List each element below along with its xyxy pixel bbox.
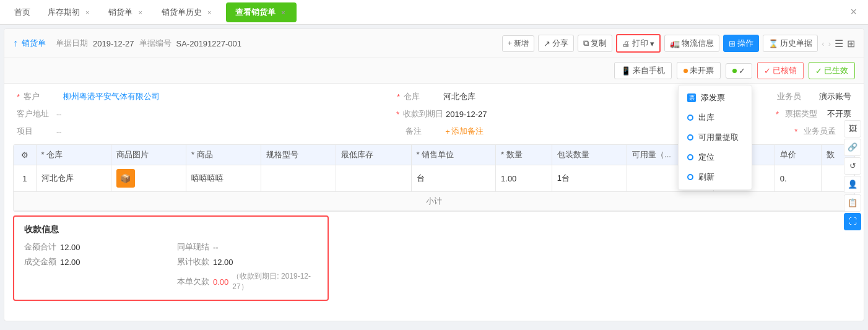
dropdown-locate[interactable]: 定位	[679, 147, 752, 167]
total-value: 12.00	[60, 243, 80, 252]
effect-label: 已生效	[824, 65, 848, 76]
window-close-button[interactable]: ×	[845, 6, 862, 19]
cancel-label: 已核销	[773, 65, 797, 76]
tab-sales-label: 销货单	[108, 7, 132, 18]
total-label: 金额合计	[24, 241, 56, 253]
col-unit: * 销售单位	[411, 145, 495, 165]
user-icon: 👤	[848, 180, 857, 189]
tab-sales-close[interactable]: ×	[136, 8, 144, 17]
col-price: 单价	[775, 145, 822, 165]
add-invoice-label: 添发票	[701, 92, 725, 103]
staff2-label: 业务员孟	[804, 126, 841, 137]
warehouse-value: 河北仓库	[443, 91, 475, 102]
cancel-status-button[interactable]: ✓ 已核销	[757, 62, 804, 79]
check-button[interactable]: ✓	[726, 63, 752, 79]
ticket-required: *	[776, 110, 779, 119]
col-min-stock: 最低库存	[336, 145, 411, 165]
share-button[interactable]: ↗ 分享	[538, 35, 574, 52]
right-tool-image[interactable]: 🖼	[844, 120, 861, 137]
payment-date-required: *	[396, 110, 399, 119]
address-value: --	[56, 110, 62, 119]
row-spec	[261, 165, 336, 192]
col-gear: ⚙	[14, 145, 36, 165]
col-img: 商品图片	[111, 145, 186, 165]
right-tool-user[interactable]: 👤	[844, 176, 861, 193]
row-quantity: 1.00	[496, 165, 552, 192]
dropdown-outbound[interactable]: 出库	[679, 108, 752, 128]
logistics-button[interactable]: 🚛 物流信息	[664, 35, 719, 52]
invoice-button[interactable]: 未开票	[677, 62, 721, 79]
right-tool-expand[interactable]: ⛶	[844, 213, 861, 230]
print-button[interactable]: 🖨 打印 ▾	[616, 34, 661, 53]
cumulative-label: 累计收款	[177, 256, 209, 267]
add-note-button[interactable]: + 添加备注	[445, 126, 484, 137]
tab-home[interactable]: 首页	[6, 2, 38, 22]
tab-history-label: 销货单历史	[162, 7, 202, 18]
grid-icon: ⊞	[729, 39, 736, 48]
cumulative-value: 12.00	[213, 258, 233, 267]
tab-sales-history[interactable]: 销货单历史 ×	[154, 2, 221, 22]
sales-order-icon: ↑	[13, 38, 18, 49]
copy-icon: ⧉	[583, 38, 589, 48]
payment-title: 收款信息	[24, 224, 318, 235]
row-pack: 1台	[552, 165, 627, 192]
right-tool-link[interactable]: 🔗	[844, 139, 861, 156]
operation-label: 操作	[737, 38, 753, 49]
warehouse-required: *	[397, 92, 400, 102]
phone-icon: 📱	[621, 66, 631, 76]
tab-view-close[interactable]: ×	[279, 8, 287, 17]
add-note-icon: +	[445, 127, 450, 136]
tab-sales-order[interactable]: 销货单 ×	[100, 2, 152, 22]
total-row: 金额合计 12.00	[24, 241, 165, 253]
project-field: 项目 --	[17, 126, 406, 137]
tab-inventory-init[interactable]: 库存期初 ×	[40, 2, 99, 22]
history-button[interactable]: ⌛ 历史单据	[763, 35, 818, 52]
staff-label: 业务员	[777, 91, 814, 102]
col-warehouse: * 仓库	[36, 145, 111, 165]
dropdown-refresh[interactable]: 刷新	[679, 167, 752, 187]
staff-field: 业务员 演示账号	[777, 91, 851, 102]
staff-value: 演示账号	[819, 91, 851, 102]
tab-view-sales[interactable]: 查看销货单 ×	[226, 2, 296, 22]
layout-icon2[interactable]: ⊞	[847, 38, 855, 50]
dropdown-add-invoice[interactable]: 票 添发票	[679, 88, 752, 108]
transaction-label: 成交金额	[24, 256, 56, 267]
product-image: 📦	[116, 169, 135, 188]
project-label: 项目	[17, 126, 54, 137]
history-icon: ⌛	[768, 39, 778, 48]
tab-inventory-close[interactable]: ×	[84, 8, 91, 17]
dropdown-available[interactable]: 可用量提取	[679, 128, 752, 147]
new-button[interactable]: + 新增	[502, 35, 534, 52]
row-index: 1	[14, 165, 36, 192]
image-icon: 🖼	[849, 124, 857, 133]
history-label: 历史单据	[780, 38, 812, 49]
staff2-required: *	[794, 127, 797, 136]
nav-prev-icon[interactable]: ‹	[822, 39, 824, 48]
date-label: 单据日期	[56, 38, 88, 49]
locate-label: 定位	[698, 152, 714, 163]
refresh-icon	[687, 174, 693, 180]
effect-status-button[interactable]: ✓ 已生效	[809, 62, 855, 79]
ticket-field: * 票据类型 不开票	[776, 108, 851, 119]
right-tool-doc[interactable]: 📋	[844, 194, 861, 212]
phone-button[interactable]: 📱 来自手机	[614, 62, 672, 79]
logistics-label: 物流信息	[682, 38, 714, 49]
invoice-status-dot	[684, 69, 688, 73]
col-pack: 包装数量	[552, 145, 627, 165]
balance-value: 0.00	[213, 277, 228, 287]
copy-button[interactable]: ⧉ 复制	[578, 35, 612, 52]
invoice-label: 未开票	[690, 65, 714, 76]
print-label: 打印	[632, 38, 648, 49]
layout-icon1[interactable]: ☰	[835, 38, 843, 50]
toolbar: + 新增 ↗ 分享 ⧉ 复制 🖨 打印 ▾ 🚛 物流信息 ⊞ 操作	[502, 34, 855, 53]
rotate-icon: ↺	[849, 161, 856, 170]
row-product: 嘻嘻嘻嘻	[186, 165, 261, 192]
operation-button[interactable]: ⊞ 操作	[723, 35, 759, 52]
tab-history-close[interactable]: ×	[206, 8, 213, 17]
nav-next-icon[interactable]: ›	[828, 39, 831, 48]
payment-date-label: 收款到期日	[403, 108, 443, 119]
doc-icon: 📋	[848, 198, 857, 207]
right-tool-rotate[interactable]: ↺	[844, 157, 861, 175]
outbound-label: 出库	[698, 112, 714, 123]
print-icon: 🖨	[622, 39, 630, 48]
